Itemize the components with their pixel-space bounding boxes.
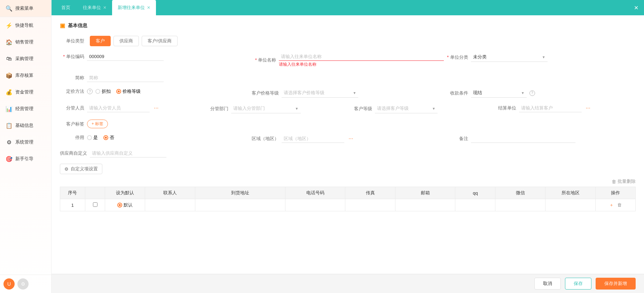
col-header-default: 设为默认 (105, 187, 145, 199)
phone-input[interactable] (289, 203, 341, 208)
unit-category-label: 单位分类 (444, 54, 468, 60)
row-checkbox[interactable] (85, 199, 105, 211)
unit-name-error-group: 请输入往来单位名称 (279, 52, 443, 67)
sidebar-item-system[interactable]: ⚙ 系统管理 (0, 134, 51, 150)
tab-partners-close[interactable]: ✕ (103, 5, 107, 10)
unit-type-label: 单位类型 (60, 38, 84, 44)
type-btn-supplier[interactable]: 供应商 (113, 36, 139, 46)
payment-select[interactable]: 现结 ▼ (471, 88, 527, 98)
manager-group: 分管人员 ··· (60, 104, 204, 112)
settlement-input[interactable] (519, 104, 582, 112)
payment-help-icon[interactable]: ? (529, 90, 535, 96)
row-default-radio[interactable]: 默认 (109, 202, 141, 208)
region-input[interactable] (282, 135, 344, 143)
dept-select[interactable]: 请输入分管部门 ▼ (231, 104, 301, 113)
sidebar-item-search[interactable]: 🔍 搜索菜单 (0, 0, 51, 17)
sidebar-item-inventory[interactable]: 📦 库存核算 (0, 67, 51, 84)
remark-label: 备注 (444, 136, 468, 142)
search-icon: 🔍 (6, 5, 13, 12)
row-wechat[interactable] (495, 199, 545, 211)
settlement-more-icon[interactable]: ··· (584, 105, 592, 111)
supplier-custom-group: 供应商自定义 (60, 149, 636, 157)
add-row-icon[interactable]: ＋ (609, 202, 614, 207)
sidebar-item-operation[interactable]: 📊 经营管理 (0, 100, 51, 117)
sidebar-item-finance[interactable]: 💰 资金管理 (0, 84, 51, 100)
customer-price-select[interactable]: 请选择客户价格等级 ▼ (282, 88, 358, 98)
sidebar-item-quick-nav[interactable]: ⚡ 快捷导航 (0, 17, 51, 34)
row-ops[interactable]: ＋ 🗑 (595, 199, 635, 211)
supplier-custom-label: 供应商自定义 (60, 150, 87, 156)
sidebar-item-purchase[interactable]: 🛍 采购管理 (0, 50, 51, 67)
user-avatar[interactable]: U (3, 278, 15, 290)
disable-yes-radio[interactable]: 是 (87, 135, 98, 141)
pricing-level-radio[interactable]: 价格等级 (116, 88, 141, 95)
pricing-group: 定价方法 ? 折扣 价格等级 (60, 88, 252, 95)
tab-home[interactable]: 首页 (54, 0, 77, 15)
unit-name-input[interactable] (279, 52, 443, 61)
row-check-input[interactable] (93, 202, 97, 207)
settings-avatar[interactable]: ⚙ (17, 278, 29, 290)
customer-level-group: 客户等级 请选择客户等级 ▼ (348, 104, 492, 113)
sidebar-bottom: U ⚙ (0, 275, 51, 293)
unit-name-error-msg: 请输入往来单位名称 (279, 62, 443, 67)
save-new-button[interactable]: 保存并新增 (596, 278, 636, 290)
customer-level-select[interactable]: 请选择客户等级 ▼ (375, 104, 438, 113)
disable-no-radio[interactable]: 否 (103, 135, 114, 141)
fax-input[interactable] (349, 203, 392, 208)
wechat-input[interactable] (499, 203, 542, 208)
row-email[interactable] (395, 199, 455, 211)
short-name-label: 简称 (60, 75, 84, 81)
tab-bar: 首页 往来单位 ✕ 新增往来单位 ✕ ✕ (52, 0, 644, 15)
dept-label: 分管部门 (204, 106, 228, 112)
address-input[interactable] (199, 203, 282, 208)
tags-row: 客户标签 + 标签 (60, 120, 636, 128)
sidebar-item-basic[interactable]: 📋 基础信息 (0, 117, 51, 134)
col-header-fax: 传真 (345, 187, 395, 199)
short-name-input[interactable] (87, 74, 164, 82)
window-close-button[interactable]: ✕ (631, 3, 641, 13)
custom-settings-button[interactable]: ⚙ 自定义项设置 (60, 164, 102, 174)
row-address[interactable] (195, 199, 285, 211)
tag-label: 客户标签 (60, 121, 84, 127)
tab-new-partner-close[interactable]: ✕ (147, 5, 150, 10)
cancel-button[interactable]: 取消 (534, 278, 561, 290)
unit-code-label: 单位编码 (60, 54, 84, 60)
sidebar-item-guide[interactable]: 🎯 新手引导 (0, 150, 51, 167)
save-button[interactable]: 保存 (565, 278, 591, 290)
pricing-help-icon[interactable]: ? (87, 89, 93, 94)
email-input[interactable] (399, 203, 451, 208)
unit-code-group: 单位编码 (60, 52, 252, 61)
region-table-input[interactable] (549, 203, 592, 208)
row-default[interactable]: 默认 (105, 199, 145, 211)
payment-chevron-icon: ▼ (521, 91, 525, 95)
type-btn-both[interactable]: 客户/供应商 (142, 36, 178, 46)
sidebar-item-sales[interactable]: 🏠 销售管理 (0, 34, 51, 50)
row-phone[interactable] (285, 199, 345, 211)
manager-more-icon[interactable]: ··· (152, 105, 160, 111)
add-tag-button[interactable]: + 标签 (87, 120, 108, 128)
type-btn-customer[interactable]: 客户 (90, 36, 111, 46)
qq-input[interactable] (459, 203, 492, 208)
disable-yes-circle (87, 135, 92, 140)
supplier-custom-row: 供应商自定义 (60, 149, 636, 157)
row-fax[interactable] (345, 199, 395, 211)
batch-delete-button[interactable]: 🗑 批量删除 (612, 178, 636, 185)
row-region[interactable] (545, 199, 596, 211)
unit-category-select[interactable]: 未分类 ▼ (471, 52, 548, 62)
manager-input[interactable] (87, 104, 150, 112)
tab-partners[interactable]: 往来单位 ✕ (77, 0, 112, 15)
delete-row-icon[interactable]: 🗑 (617, 202, 622, 207)
remark-input[interactable] (471, 135, 575, 143)
unit-code-input[interactable] (87, 52, 164, 61)
tab-new-partner[interactable]: 新增往来单位 ✕ (112, 0, 156, 15)
unit-type-group: 单位类型 客户 供应商 客户/供应商 (60, 36, 178, 46)
unit-name-group: 单位名称 请输入往来单位名称 (252, 52, 443, 67)
manager-label: 分管人员 (60, 105, 84, 111)
pricing-discount-radio[interactable]: 折扣 (95, 88, 111, 95)
pricing-radio-group: 折扣 价格等级 (95, 88, 141, 95)
row-contact[interactable] (145, 199, 195, 211)
row-qq[interactable] (455, 199, 495, 211)
region-more-icon[interactable]: ··· (347, 136, 354, 142)
contact-input[interactable] (149, 203, 191, 208)
supplier-custom-input[interactable] (90, 149, 166, 157)
